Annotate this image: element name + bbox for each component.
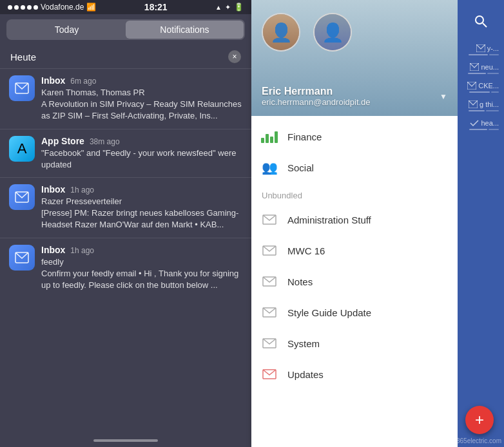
- profile-name: Eric Herrmann: [262, 86, 371, 97]
- mail-icon-admin: [262, 212, 277, 227]
- mail-icon-system: [262, 336, 277, 351]
- strip-item-4[interactable]: g thi...: [458, 100, 504, 111]
- notif-content-4: Inbox 1h ago feedlyConfirm your feedly e…: [41, 245, 242, 292]
- status-bar: Vodafone.de 📶 18:21 ▲ ✦ 🔋: [0, 0, 251, 14]
- avatar-silhouette-1: 👤: [263, 14, 299, 50]
- menu-item-notes[interactable]: Notes: [251, 266, 458, 297]
- strip-label-1: y-...: [487, 44, 499, 52]
- tab-today[interactable]: Today: [8, 21, 126, 39]
- avatar-primary[interactable]: 👤: [262, 13, 300, 52]
- strip-label-5: hea...: [481, 119, 499, 127]
- profile-info: Eric Herrmann eric.herrmann@androidpit.d…: [262, 86, 447, 107]
- search-strip-icon[interactable]: [469, 10, 492, 33]
- strip-item-3[interactable]: CKE...: [458, 82, 504, 93]
- notif-time-2: 38m ago: [90, 137, 120, 146]
- social-icon: 👥: [262, 160, 277, 175]
- strip-item-check[interactable]: hea...: [458, 119, 504, 130]
- svg-line-10: [483, 23, 487, 27]
- strip-label-4: g thi...: [480, 100, 499, 108]
- menu-label-notes: Notes: [287, 276, 313, 287]
- close-heute-button[interactable]: ×: [228, 50, 241, 63]
- menu-item-admin[interactable]: Administration Stuff: [251, 204, 458, 235]
- mail-icon-notes: [262, 274, 277, 289]
- profile-avatars: 👤 👤: [262, 13, 447, 52]
- menu-item-updates[interactable]: Updates: [251, 359, 458, 390]
- drawer-menu: Finance 👥 Social Unbundled Administratio…: [251, 116, 458, 447]
- strip-label-3: CKE...: [478, 82, 499, 90]
- menu-label-admin: Administration Stuff: [287, 214, 371, 225]
- inbox-icon-4: [9, 245, 35, 271]
- notif-item-3[interactable]: Inbox 1h ago Razer Presseverteiler[Press…: [0, 177, 251, 238]
- heute-header: Heute ×: [0, 45, 251, 68]
- strip-label-2: neu...: [481, 63, 499, 71]
- notification-list: Inbox 6m ago Karen Thomas, Thomas PRA Re…: [0, 68, 251, 298]
- account-dropdown-icon[interactable]: ▼: [440, 92, 447, 101]
- location-icon: ▲: [215, 4, 222, 11]
- notif-app-4: Inbox: [41, 245, 65, 255]
- wifi-icon: 📶: [86, 3, 96, 12]
- notif-text-2: "Facebook" and "Feedly - your work newsf…: [41, 147, 242, 171]
- right-panel: 👤 👤 Eric Herrmann eric.herrmann@androidp…: [251, 0, 504, 447]
- avatar-silhouette-2: 👤: [315, 14, 351, 50]
- notif-content-2: App Store 38m ago "Facebook" and "Feedly…: [41, 136, 242, 171]
- svg-point-9: [476, 16, 483, 24]
- notif-time-4: 1h ago: [70, 246, 94, 255]
- menu-label-updates: Updates: [287, 369, 324, 380]
- right-strip: y-... neu...: [458, 0, 504, 447]
- menu-label-social: Social: [287, 162, 314, 173]
- unbundled-section-header: Unbundled: [251, 183, 458, 204]
- notif-text-3: Razer Presseverteiler[Presse] PM: Razer …: [41, 196, 242, 231]
- notif-item-2[interactable]: A App Store 38m ago "Facebook" and "Feed…: [0, 129, 251, 177]
- heute-title: Heute: [10, 52, 36, 62]
- menu-item-system[interactable]: System: [251, 328, 458, 359]
- compose-fab-button[interactable]: +: [465, 406, 494, 434]
- time-label: 18:21: [144, 2, 168, 12]
- appstore-icon: A: [9, 136, 35, 162]
- avatar-secondary[interactable]: 👤: [313, 13, 352, 52]
- notif-text-4: feedlyConfirm your feedly email • Hi , T…: [41, 256, 242, 292]
- strip-item-1[interactable]: y-...: [458, 44, 504, 55]
- menu-label-finance: Finance: [287, 131, 322, 142]
- profile-email: eric.herrmann@androidpit.de: [262, 97, 371, 107]
- notification-center: Vodafone.de 📶 18:21 ▲ ✦ 🔋 Today Notifica…: [0, 0, 251, 447]
- menu-label-system: System: [287, 338, 320, 349]
- status-right: ▲ ✦ 🔋: [215, 3, 244, 12]
- menu-label-mwc: MWC 16: [287, 245, 325, 256]
- notif-text-1: Karen Thomas, Thomas PRA Revolution in S…: [41, 87, 242, 122]
- inbox-icon-3: [9, 184, 35, 210]
- mail-icon-style: [262, 305, 277, 320]
- home-indicator: [93, 439, 158, 442]
- finance-icon: [262, 129, 277, 144]
- notif-item-1[interactable]: Inbox 6m ago Karen Thomas, Thomas PRA Re…: [0, 68, 251, 129]
- notif-item-4[interactable]: Inbox 1h ago feedlyConfirm your feedly e…: [0, 238, 251, 298]
- segment-tabs: Today Notifications: [6, 19, 245, 40]
- notif-content-3: Inbox 1h ago Razer Presseverteiler[Press…: [41, 184, 242, 231]
- battery-icon: 🔋: [234, 3, 244, 12]
- notif-app-3: Inbox: [41, 184, 65, 195]
- signal-dots: [8, 5, 38, 10]
- menu-item-social[interactable]: 👥 Social: [251, 152, 458, 183]
- watermark: 365electric.com: [456, 437, 501, 444]
- strip-item-2[interactable]: neu...: [458, 63, 504, 74]
- tab-notifications[interactable]: Notifications: [126, 21, 244, 39]
- navigation-drawer: 👤 👤 Eric Herrmann eric.herrmann@androidp…: [251, 0, 458, 447]
- status-left: Vodafone.de 📶: [8, 3, 96, 12]
- menu-item-finance[interactable]: Finance: [251, 121, 458, 152]
- mail-icon-updates: [262, 366, 277, 382]
- menu-item-mwc[interactable]: MWC 16: [251, 235, 458, 266]
- inbox-icon-1: [9, 75, 35, 101]
- menu-item-style[interactable]: Style Guide Update: [251, 297, 458, 328]
- notif-app-2: App Store: [41, 136, 84, 146]
- menu-label-style: Style Guide Update: [287, 307, 371, 318]
- carrier-label: Vodafone.de: [41, 3, 84, 12]
- bluetooth-icon: ✦: [225, 3, 231, 12]
- notif-content-1: Inbox 6m ago Karen Thomas, Thomas PRA Re…: [41, 75, 242, 122]
- notif-time-1: 6m ago: [70, 77, 96, 86]
- mail-icon-mwc: [262, 243, 277, 258]
- notif-time-3: 1h ago: [70, 185, 94, 195]
- notif-app-1: Inbox: [41, 75, 65, 86]
- drawer-profile: 👤 👤 Eric Herrmann eric.herrmann@androidp…: [251, 0, 458, 116]
